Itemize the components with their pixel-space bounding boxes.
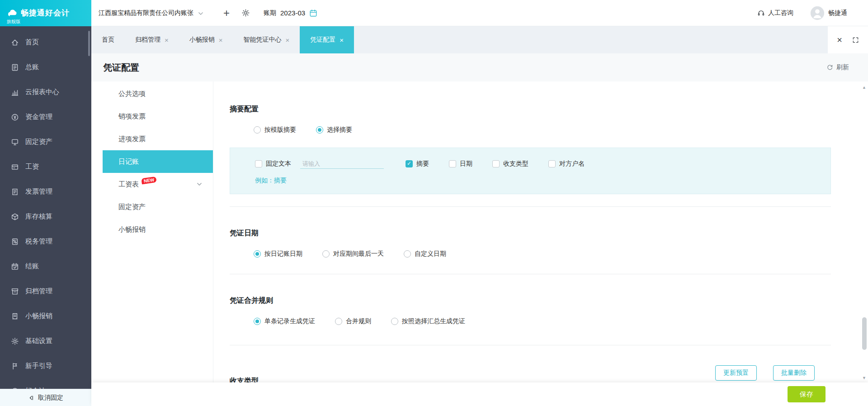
checkbox-icon[interactable] (492, 160, 500, 167)
checkbox-icon[interactable] (548, 160, 556, 167)
reimburse-icon (11, 312, 19, 320)
radio-icon[interactable] (404, 250, 411, 258)
fixed-text-input[interactable] (300, 159, 384, 169)
closing-icon (11, 263, 19, 271)
sidebar-item-fixed-assets[interactable]: 固定资产 (0, 129, 91, 154)
radio-label: 单条记录生成凭证 (264, 317, 315, 325)
radio-template-summary[interactable]: 按模版摘要 (254, 126, 296, 134)
radio-icon[interactable] (316, 126, 323, 134)
tab-reimburse[interactable]: 小畅报销 × (179, 26, 233, 53)
sidebar-menu: 首页 总账 云报表中心 资金管理 固定资产 工资 发票管理 库存核算 (0, 26, 91, 403)
checkbox-counterparty[interactable]: 对方户名 (548, 160, 585, 168)
page-title: 凭证配置 (103, 62, 139, 74)
checkbox-date[interactable]: 日期 (449, 160, 472, 168)
invoice-icon (11, 188, 19, 196)
checkbox-fixed-text[interactable]: 固定文本 (255, 160, 291, 168)
app-title: 畅捷通好会计 (21, 8, 70, 18)
radio-merge-rule[interactable]: 合并规则 (335, 317, 371, 325)
radio-journal-date[interactable]: 按日记账日期 (254, 250, 302, 258)
sidebar-item-settings[interactable]: 基础设置 (0, 329, 91, 353)
cloud-logo-icon (6, 8, 17, 19)
radio-single-record[interactable]: 单条记录生成凭证 (254, 317, 315, 325)
close-icon[interactable]: × (837, 35, 842, 44)
avatar[interactable] (811, 6, 824, 20)
sidebar-item-reimburse[interactable]: 小畅报销 (0, 304, 91, 329)
company-name: 江西服宝精品有限责任公司内账张 (99, 9, 193, 17)
radio-icon[interactable] (322, 250, 330, 258)
sidebar-item-cloud-reports[interactable]: 云报表中心 (0, 80, 91, 105)
tab-home[interactable]: 首页 (91, 26, 125, 53)
add-account-button[interactable]: + (223, 8, 230, 19)
tab-voucher-config[interactable]: 凭证配置 × (300, 26, 354, 53)
section-title-summary: 摘要配置 (230, 104, 831, 114)
scroll-down-arrow[interactable]: ▼ (861, 375, 867, 381)
asset-icon (11, 138, 19, 146)
scroll-up-arrow[interactable]: ▲ (861, 84, 867, 90)
refresh-button[interactable]: 刷新 (826, 63, 849, 72)
tab-voucher-center[interactable]: 智能凭证中心 × (233, 26, 300, 53)
radio-icon[interactable] (254, 250, 261, 258)
submenu-label: 小畅报销 (118, 225, 146, 234)
fullscreen-icon[interactable] (852, 37, 859, 43)
radio-select-summary[interactable]: 选择摘要 (316, 126, 352, 134)
submenu-item-common[interactable]: 公共选项 (103, 82, 213, 105)
radio-custom-date[interactable]: 自定义日期 (404, 250, 446, 258)
radio-icon[interactable] (254, 318, 261, 325)
income-type-actions: 更新预置 批量删除 (715, 365, 815, 381)
refresh-icon (826, 64, 833, 71)
checkbox-icon[interactable] (255, 160, 262, 167)
sidebar-item-inventory[interactable]: 库存核算 (0, 204, 91, 229)
sidebar-item-home[interactable]: 首页 (0, 30, 91, 55)
sidebar-item-funds[interactable]: 资金管理 (0, 105, 91, 129)
chevron-down-icon (198, 12, 203, 15)
radio-icon[interactable] (391, 318, 398, 325)
sidebar-item-label: 税务管理 (25, 237, 52, 246)
submenu-item-reimburse[interactable]: 小畅报销 (103, 218, 213, 241)
sidebar-item-salary[interactable]: 工资 (0, 154, 91, 179)
support-button[interactable]: 人工咨询 (757, 9, 793, 17)
sidebar-item-invoices[interactable]: 发票管理 (0, 179, 91, 204)
submenu-item-journal[interactable]: 日记账 (103, 150, 213, 173)
submenu-label: 固定资产 (118, 203, 146, 211)
sidebar-item-closing[interactable]: 结账 (0, 254, 91, 279)
batch-delete-button[interactable]: 批量删除 (773, 365, 815, 381)
submenu-item-sales-invoice[interactable]: 销项发票 (103, 105, 213, 128)
sidebar-item-ledger[interactable]: 总账 (0, 55, 91, 80)
sidebar-item-label: 工资 (25, 162, 39, 171)
tab-close-icon[interactable]: × (165, 37, 169, 43)
update-preset-button[interactable]: 更新预置 (715, 365, 757, 381)
sidebar-item-archive[interactable]: 归档管理 (0, 279, 91, 304)
sidebar-scrollbar[interactable] (88, 31, 90, 56)
accounting-period[interactable]: 账期 2023-03 (264, 9, 317, 17)
config-submenu: 公共选项 销项发票 进项发票 日记账 工资表 NEW 固定资产 小畅报销 (103, 81, 213, 382)
tab-archive[interactable]: 归档管理 × (125, 26, 179, 53)
vertical-scrollbar[interactable] (862, 317, 867, 350)
section-title-merge: 凭证合并规则 (230, 296, 831, 306)
checkbox-income-type[interactable]: 收支类型 (492, 160, 528, 168)
submenu-item-payroll[interactable]: 工资表 NEW (103, 173, 213, 196)
radio-label: 按模版摘要 (264, 126, 296, 134)
radio-period-last-day[interactable]: 对应期间最后一天 (322, 250, 384, 258)
unpin-sidebar-button[interactable]: 取消固定 (0, 389, 91, 406)
checkbox-icon[interactable] (449, 160, 456, 167)
radio-icon[interactable] (335, 318, 342, 325)
user-name[interactable]: 畅捷通 (828, 9, 847, 17)
submenu-item-purchase-invoice[interactable]: 进项发票 (103, 128, 213, 150)
tab-close-icon[interactable]: × (340, 37, 344, 43)
tab-close-icon[interactable]: × (286, 37, 290, 43)
radio-label: 自定义日期 (415, 250, 446, 258)
sidebar-item-guide[interactable]: 新手引导 (0, 353, 91, 378)
save-button[interactable]: 保存 (788, 386, 826, 402)
sidebar-item-label: 新手引导 (25, 362, 52, 370)
radio-icon[interactable] (254, 126, 261, 134)
tab-close-icon[interactable]: × (219, 37, 223, 43)
submenu-item-fixed-assets[interactable]: 固定资产 (103, 196, 213, 218)
gear-icon[interactable] (241, 9, 250, 17)
checkbox-icon[interactable] (406, 160, 413, 167)
radio-summarized[interactable]: 按照选择汇总生成凭证 (391, 317, 465, 325)
company-selector[interactable]: 江西服宝精品有限责任公司内账张 (99, 9, 203, 17)
chevron-down-icon[interactable] (197, 182, 202, 186)
checkbox-summary[interactable]: 摘要 (406, 160, 429, 168)
sidebar-item-tax[interactable]: 税务管理 (0, 229, 91, 254)
period-value: 2023-03 (280, 9, 305, 17)
